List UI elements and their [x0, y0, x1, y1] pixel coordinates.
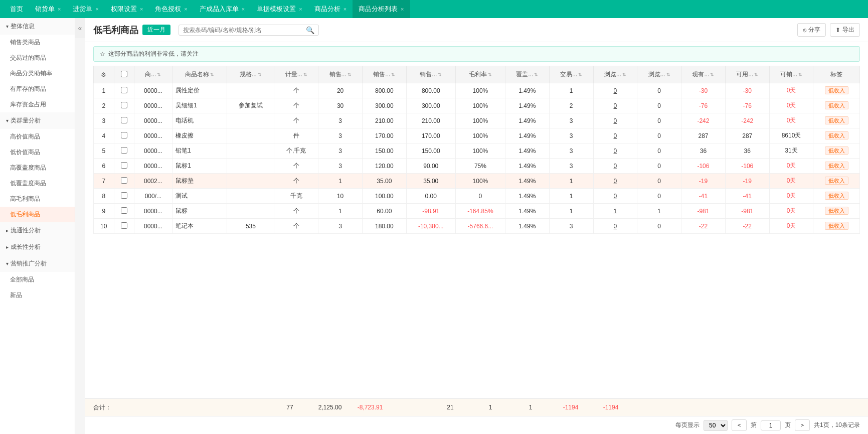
- col-settings[interactable]: ⚙: [94, 66, 114, 83]
- row-select-checkbox[interactable]: [121, 132, 127, 138]
- sidebar-group-overall[interactable]: ▾ 整体信息: [0, 18, 75, 35]
- col-tag[interactable]: 标签: [813, 66, 860, 83]
- page-number-input[interactable]: [761, 420, 781, 430]
- row-views1[interactable]: 0: [593, 113, 637, 128]
- row-views1[interactable]: 0: [593, 143, 637, 159]
- nav-purchase-order[interactable]: 进货单 ×: [67, 0, 104, 18]
- nav-role-auth[interactable]: 角色授权 ×: [149, 0, 193, 18]
- row-checkbox[interactable]: [114, 83, 134, 98]
- nav-template-settings[interactable]: 单据模板设置 ×: [251, 0, 308, 18]
- prev-page-button[interactable]: ＜: [732, 419, 747, 431]
- sidebar-item-high-margin[interactable]: 高毛利商品: [0, 191, 75, 207]
- col-sales-profit[interactable]: 销售...⇅: [406, 66, 455, 83]
- close-icon[interactable]: ×: [401, 6, 404, 12]
- row-views1[interactable]: 0: [593, 174, 637, 189]
- date-badge[interactable]: 近一月: [142, 25, 170, 35]
- row-select-checkbox[interactable]: [121, 162, 127, 169]
- row-views1[interactable]: 0: [593, 83, 637, 98]
- row-views1[interactable]: 0: [593, 98, 637, 113]
- nav-sales-order[interactable]: 销货单 ×: [29, 0, 67, 18]
- row-checkbox[interactable]: [114, 113, 134, 128]
- col-views1[interactable]: 浏览...⇅: [593, 66, 637, 83]
- sidebar-item-traded-goods[interactable]: 交易过的商品: [0, 50, 75, 66]
- col-sales-qty[interactable]: 销售...⇅: [318, 66, 363, 83]
- search-icon[interactable]: 🔍: [306, 26, 314, 34]
- col-views2[interactable]: 浏览...⇅: [637, 66, 681, 83]
- row-checkbox[interactable]: [114, 98, 134, 113]
- row-name[interactable]: 测试: [172, 189, 227, 204]
- col-available[interactable]: 可用...⇅: [725, 66, 769, 83]
- sidebar-group-growth[interactable]: ▸ 成长性分析: [0, 239, 75, 255]
- col-saleable[interactable]: 可销...⇅: [769, 66, 813, 83]
- row-name[interactable]: 铅笔1: [172, 143, 227, 159]
- sidebar-item-all-goods[interactable]: 全部商品: [0, 272, 75, 287]
- row-select-checkbox[interactable]: [121, 117, 127, 123]
- sidebar-group-marketing[interactable]: ▾ 营销推广分析: [0, 255, 75, 272]
- close-icon[interactable]: ×: [184, 6, 187, 12]
- sidebar-item-low-value[interactable]: 低价值商品: [0, 144, 75, 160]
- sidebar-item-low-coverage[interactable]: 低覆盖度商品: [0, 176, 75, 191]
- nav-home[interactable]: 首页: [4, 0, 29, 18]
- select-all-checkbox[interactable]: [121, 71, 127, 77]
- row-name[interactable]: 电话机: [172, 113, 227, 128]
- sidebar-item-high-coverage[interactable]: 高覆盖度商品: [0, 160, 75, 176]
- row-checkbox[interactable]: [114, 128, 134, 143]
- row-checkbox[interactable]: [114, 174, 134, 189]
- row-checkbox[interactable]: [114, 159, 134, 174]
- row-views1[interactable]: 0: [593, 219, 637, 234]
- sidebar-item-low-margin[interactable]: 低毛利商品: [0, 207, 75, 222]
- row-select-checkbox[interactable]: [121, 207, 127, 214]
- close-icon[interactable]: ×: [140, 6, 143, 12]
- sidebar-item-sales-goods[interactable]: 销售类商品: [0, 35, 75, 50]
- nav-product-analysis-list[interactable]: 商品分析列表 ×: [353, 0, 410, 18]
- col-coverage[interactable]: 覆盖...⇅: [505, 66, 549, 83]
- col-spec[interactable]: 规格...⇅: [227, 66, 274, 83]
- sidebar-item-high-value[interactable]: 高价值商品: [0, 129, 75, 144]
- nav-product-analysis[interactable]: 商品分析 ×: [308, 0, 353, 18]
- col-current-stock[interactable]: 现有...⇅: [681, 66, 726, 83]
- sidebar-collapse-button[interactable]: «: [75, 18, 85, 38]
- sidebar-group-cluster[interactable]: ▾ 类群量分析: [0, 112, 75, 129]
- row-name[interactable]: 笔记本: [172, 219, 227, 234]
- sidebar-item-stocked-goods[interactable]: 有库存的商品: [0, 81, 75, 97]
- close-icon[interactable]: ×: [343, 6, 346, 12]
- row-select-checkbox[interactable]: [121, 192, 127, 199]
- close-icon[interactable]: ×: [242, 6, 245, 12]
- row-select-checkbox[interactable]: [121, 87, 127, 93]
- row-name[interactable]: 属性定价: [172, 83, 227, 98]
- close-icon[interactable]: ×: [58, 6, 61, 12]
- nav-product-inbound[interactable]: 产成品入库单 ×: [194, 0, 251, 18]
- col-name[interactable]: 商品名称⇅: [172, 66, 227, 83]
- share-button[interactable]: ⎋ 分享: [797, 23, 826, 37]
- row-checkbox[interactable]: [114, 219, 134, 234]
- row-checkbox[interactable]: [114, 189, 134, 204]
- sidebar-group-circulation[interactable]: ▸ 流通性分析: [0, 222, 75, 239]
- search-input[interactable]: [183, 27, 306, 34]
- row-name[interactable]: 鼠标1: [172, 159, 227, 174]
- col-profit-rate[interactable]: 毛利率⇅: [455, 66, 505, 83]
- row-views1[interactable]: 0: [593, 189, 637, 204]
- col-unit[interactable]: 计量...⇅: [274, 66, 318, 83]
- close-icon[interactable]: ×: [299, 6, 302, 12]
- row-name[interactable]: 吴细细1: [172, 98, 227, 113]
- next-page-button[interactable]: ＞: [795, 419, 810, 431]
- close-icon[interactable]: ×: [95, 6, 98, 12]
- col-sales-amount[interactable]: 销售...⇅: [362, 66, 406, 83]
- row-views1[interactable]: 1: [593, 204, 637, 219]
- row-views1[interactable]: 0: [593, 159, 637, 174]
- row-checkbox[interactable]: [114, 204, 134, 219]
- row-name[interactable]: 橡皮擦: [172, 128, 227, 143]
- row-select-checkbox[interactable]: [121, 147, 127, 154]
- per-page-select[interactable]: 50: [704, 420, 728, 431]
- row-select-checkbox[interactable]: [121, 177, 127, 184]
- sidebar-item-new-goods[interactable]: 新品: [0, 287, 75, 303]
- col-checkbox[interactable]: [114, 66, 134, 83]
- row-checkbox[interactable]: [114, 143, 134, 159]
- row-select-checkbox[interactable]: [121, 102, 127, 108]
- export-button[interactable]: ⬆ 导出: [830, 23, 860, 37]
- row-name[interactable]: 鼠标垫: [172, 174, 227, 189]
- col-code[interactable]: 商...⇅: [134, 66, 172, 83]
- sidebar-item-stock-capital[interactable]: 库存资金占用: [0, 97, 75, 112]
- row-select-checkbox[interactable]: [121, 222, 127, 229]
- col-transactions[interactable]: 交易...⇅: [549, 66, 593, 83]
